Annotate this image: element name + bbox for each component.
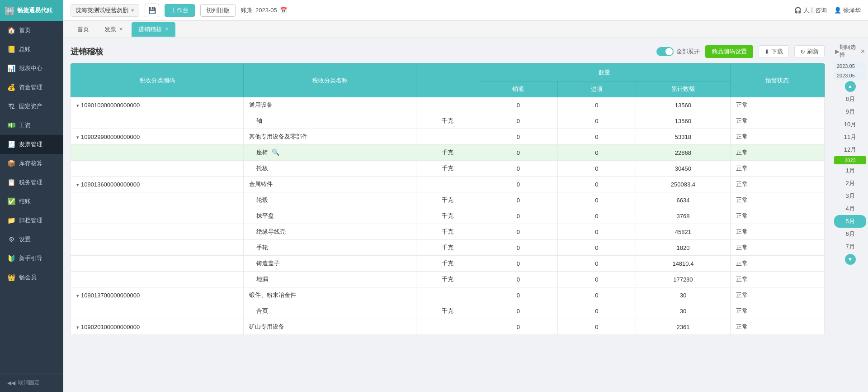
cell-unit: 千克 bbox=[416, 113, 479, 129]
sidebar-item-inventory[interactable]: 📦 库存核算 bbox=[0, 154, 63, 173]
app-logo: 🏢 畅捷通易代账 bbox=[0, 0, 63, 21]
month-item[interactable]: 1月 bbox=[834, 164, 866, 177]
panel-close-icon[interactable]: ✕ bbox=[860, 48, 865, 55]
toggle-track[interactable] bbox=[656, 47, 674, 56]
month-item[interactable]: 8月 bbox=[834, 93, 866, 105]
expand-icon[interactable]: ▾ bbox=[76, 182, 79, 187]
sidebar-item-home[interactable]: 🏠 首页 bbox=[0, 21, 63, 40]
sidebar-item-settings[interactable]: ⚙ 设置 bbox=[0, 230, 63, 249]
cell-sale: 0 bbox=[479, 145, 557, 161]
cell-purchase: 0 bbox=[557, 208, 636, 224]
cell-name: 其他专用设备及零部件 bbox=[244, 129, 416, 145]
next-arrow[interactable]: ▼ bbox=[845, 254, 856, 265]
sidebar-item-reports-label: 报表中心 bbox=[19, 64, 42, 72]
cell-unit: 千克 bbox=[416, 145, 479, 161]
titlebar-actions: 全部展开 商品编码设置 ⬇ 下载 ↻ 刷新 bbox=[656, 45, 825, 58]
cell-total: 250083.4 bbox=[636, 177, 730, 192]
sidebar-item-settlement[interactable]: ✅ 结账 bbox=[0, 192, 63, 211]
expand-icon[interactable]: ▾ bbox=[76, 134, 79, 140]
user-profile[interactable]: 👤 徐泽华 bbox=[834, 6, 861, 14]
cell-code bbox=[71, 192, 244, 208]
month-item[interactable]: 6月 bbox=[834, 228, 866, 240]
cell-unit bbox=[416, 319, 479, 335]
settings-icon: ⚙ bbox=[7, 235, 15, 244]
cell-purchase: 0 bbox=[557, 192, 636, 208]
cell-total: 13560 bbox=[636, 97, 730, 113]
home-icon: 🏠 bbox=[7, 26, 15, 34]
cell-status: 正常 bbox=[730, 145, 824, 161]
switch-version-button[interactable]: 切到旧版 bbox=[200, 4, 236, 17]
th-name: 税收分类名称 bbox=[244, 64, 416, 97]
month-item[interactable]: 11月 bbox=[834, 131, 866, 143]
settings-button[interactable]: 商品编码设置 bbox=[705, 45, 753, 58]
cell-sale: 0 bbox=[479, 208, 557, 224]
sidebar-item-invoice[interactable]: 🧾 发票管理 bbox=[0, 135, 63, 154]
month-item[interactable]: 7月 bbox=[834, 240, 866, 253]
month-item[interactable]: 9月 bbox=[834, 105, 866, 118]
panel-header: ▶ 期间选择 ✕ bbox=[834, 42, 866, 61]
cell-status: 正常 bbox=[730, 319, 824, 335]
cell-name: 抹平盘 bbox=[244, 208, 416, 224]
expand-icon[interactable]: ▾ bbox=[76, 325, 79, 330]
sidebar-item-funds[interactable]: 💰 资金管理 bbox=[0, 78, 63, 97]
cell-purchase: 0 bbox=[557, 129, 636, 145]
download-button[interactable]: ⬇ 下载 bbox=[759, 45, 789, 58]
cell-unit: 千克 bbox=[416, 224, 479, 240]
cell-unit: 千克 bbox=[416, 192, 479, 208]
month-item[interactable]: 2023 bbox=[834, 156, 866, 164]
sidebar-item-reports[interactable]: 📊 报表中心 bbox=[0, 59, 63, 78]
cell-name: 绝缘导线壳 bbox=[244, 224, 416, 240]
sidebar-item-archive[interactable]: 📁 归档管理 bbox=[0, 211, 63, 230]
sidebar-item-settlement-label: 结账 bbox=[19, 197, 31, 206]
month-item[interactable]: 5月 bbox=[834, 215, 866, 228]
cell-name: 轮毂 bbox=[244, 192, 416, 208]
sidebar-item-salary[interactable]: 💵 工资 bbox=[0, 116, 63, 135]
expand-icon[interactable]: ▾ bbox=[76, 293, 79, 298]
expand-toggle[interactable]: 全部展开 bbox=[656, 47, 700, 56]
page-titlebar: 进销稽核 全部展开 商品编码设置 ⬇ 下载 ↻ 刷 bbox=[71, 45, 825, 58]
tab-invoice-close-icon[interactable]: ✕ bbox=[119, 26, 123, 32]
month-item[interactable]: 10月 bbox=[834, 118, 866, 131]
cell-purchase: 0 bbox=[557, 303, 636, 319]
panel-collapse-icon[interactable]: ▶ bbox=[835, 48, 840, 55]
tab-reconcile[interactable]: 进销稽核 ✕ bbox=[132, 22, 175, 37]
cell-code bbox=[71, 256, 244, 272]
expand-icon[interactable]: ▾ bbox=[76, 103, 79, 108]
sidebar-item-member[interactable]: 👑 畅会员 bbox=[0, 268, 63, 287]
settlement-icon: ✅ bbox=[7, 197, 15, 206]
cell-unit: 千克 bbox=[416, 303, 479, 319]
calendar-icon[interactable]: 📅 bbox=[280, 7, 287, 14]
content-main: 进销稽核 全部展开 商品编码设置 ⬇ 下载 ↻ 刷 bbox=[63, 38, 832, 392]
help-button[interactable]: 🎧 人工咨询 bbox=[794, 6, 827, 14]
month-item[interactable]: 4月 bbox=[834, 202, 866, 215]
tab-reconcile-close-icon[interactable]: ✕ bbox=[165, 26, 169, 32]
sidebar-item-home-label: 首页 bbox=[19, 26, 31, 34]
cell-status: 正常 bbox=[730, 129, 824, 145]
cell-code: ▾109020100000000000 bbox=[71, 319, 244, 335]
workbench-button[interactable]: 工作台 bbox=[165, 4, 195, 17]
cell-code: ▾109010000000000000 bbox=[71, 97, 244, 113]
prev-arrow[interactable]: ▲ bbox=[845, 81, 856, 92]
th-code: 税收分类编码 bbox=[71, 64, 244, 97]
cell-status: 正常 bbox=[730, 97, 824, 113]
sidebar-item-guide[interactable]: 🔰 新手引导 bbox=[0, 249, 63, 268]
month-item[interactable]: 3月 bbox=[834, 190, 866, 202]
tab-home[interactable]: 首页 bbox=[71, 22, 96, 37]
save-draft-button[interactable]: 💾 bbox=[145, 4, 159, 17]
cell-total: 3768 bbox=[636, 208, 730, 224]
salary-icon: 💵 bbox=[7, 121, 15, 129]
tab-invoice[interactable]: 发票 ✕ bbox=[98, 22, 130, 37]
month-item[interactable]: 2月 bbox=[834, 177, 866, 190]
sidebar-item-assets[interactable]: 🏗 固定资产 bbox=[0, 97, 63, 116]
funds-icon: 💰 bbox=[7, 83, 15, 91]
cell-status: 正常 bbox=[730, 303, 824, 319]
search-icon[interactable]: 🔍 bbox=[272, 148, 279, 156]
sidebar-item-archive-label: 归档管理 bbox=[19, 216, 42, 225]
month-item[interactable]: 12月 bbox=[834, 143, 866, 156]
refresh-button[interactable]: ↻ 刷新 bbox=[794, 45, 825, 58]
refresh-icon: ↻ bbox=[800, 48, 805, 55]
company-selector[interactable]: 沈海英测试经营勿删 ▾ bbox=[71, 4, 139, 17]
sidebar-unpin[interactable]: ◀◀ 取消固定 bbox=[0, 373, 63, 392]
sidebar-item-tax[interactable]: 📋 税务管理 bbox=[0, 173, 63, 192]
sidebar-item-ledger[interactable]: 📒 总账 bbox=[0, 40, 63, 59]
